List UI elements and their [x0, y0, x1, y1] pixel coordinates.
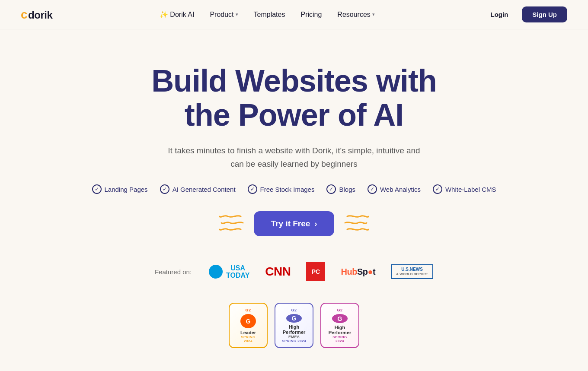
feature-label-6: White-Label CMS: [445, 186, 496, 193]
hero-title-line2: the Power of AI: [185, 98, 403, 132]
nav-actions: Login Sign Up: [482, 6, 568, 22]
feature-ai-content: ✓ AI Generated Content: [160, 184, 236, 194]
chevron-down-icon-2: ▾: [372, 12, 375, 17]
pc-logo: PC: [306, 262, 325, 281]
feature-label: Landing Pages: [105, 186, 148, 193]
check-icon: ✓: [92, 184, 102, 194]
hero-section: Build Websites with the Power of AI It t…: [0, 29, 588, 371]
nav-templates-label: Templates: [254, 11, 285, 19]
feature-label-5: Web Analytics: [380, 186, 421, 193]
cta-label: Try it Free: [271, 219, 310, 228]
feature-white-label: ✓ White-Label CMS: [433, 184, 496, 194]
usatoday-logo: USATODAY: [209, 264, 249, 279]
badge-leader-year: 2024: [244, 339, 252, 343]
nav-pricing[interactable]: Pricing: [294, 7, 328, 22]
feature-blogs: ✓ Blogs: [326, 184, 355, 194]
logo-text: cdorik: [21, 8, 52, 22]
cta-area: Try it Free ›: [254, 211, 335, 236]
nav-resources[interactable]: Resources ▾: [331, 7, 380, 22]
check-icon-6: ✓: [433, 184, 442, 194]
usatoday-text: USATODAY: [226, 264, 249, 279]
check-icon-2: ✓: [160, 184, 169, 194]
badge-performer-emea-label: High Performer: [280, 324, 308, 335]
hubspot-logo: HubSp●t: [341, 267, 375, 277]
badge-performer-spring: G2 G High Performer SPRING 2024: [320, 303, 359, 348]
chevron-down-icon: ▾: [236, 12, 238, 17]
nav-ai-label: ✨ Dorik AI: [160, 10, 194, 19]
feature-label-4: Blogs: [339, 186, 355, 193]
check-icon-5: ✓: [368, 184, 377, 194]
cnn-logo: CNN: [265, 265, 291, 279]
media-logos: USATODAY CNN PC HubSp●t U.S.NEWS & WORLD…: [209, 262, 433, 281]
squiggle-right-icon: [343, 212, 369, 235]
badge-performer-emea-sub: EMEA: [288, 335, 300, 339]
feature-web-analytics: ✓ Web Analytics: [368, 184, 421, 194]
badges-section: G2 G Leader SPRING 2024 G2 G High Perfor…: [229, 303, 359, 348]
login-button[interactable]: Login: [482, 7, 517, 22]
nav-product[interactable]: Product ▾: [204, 7, 244, 22]
badge-g2-label-1: G2: [245, 308, 251, 312]
feature-landing-pages: ✓ Landing Pages: [92, 184, 148, 194]
navbar: cdorik ✨ Dorik AI Product ▾ Templates Pr…: [0, 0, 588, 29]
feature-stock-images: ✓ Free Stock Images: [248, 184, 315, 194]
arrow-right-icon: ›: [314, 219, 317, 228]
nav-ai-link[interactable]: ✨ Dorik AI: [153, 7, 200, 22]
usatoday-dot: [209, 265, 223, 279]
hero-subtitle: It takes minutes to finish a website wit…: [164, 144, 424, 171]
hero-title: Build Websites with the Power of AI: [151, 64, 437, 132]
badge-performer-emea: G2 G High Performer EMEA SPRING 2024: [275, 303, 313, 348]
badge-g2-icon-3: G: [332, 314, 348, 323]
nav-resources-label: Resources: [337, 11, 370, 19]
badge-performer-spring-label: High Performer: [326, 325, 354, 335]
badge-g2-icon-2: G: [286, 314, 302, 323]
logo[interactable]: cdorik: [21, 8, 52, 22]
feature-label-3: Free Stock Images: [260, 186, 315, 193]
badge-leader-label: Leader: [240, 330, 256, 335]
featured-label: Featured on:: [155, 268, 192, 276]
features-row: ✓ Landing Pages ✓ AI Generated Content ✓…: [92, 184, 496, 194]
squiggle-left-icon: [219, 212, 245, 235]
check-icon-4: ✓: [326, 184, 336, 194]
hero-title-line1: Build Websites with: [151, 63, 437, 98]
featured-section: Featured on: USATODAY CNN PC HubSp●t U.S…: [155, 262, 433, 281]
nav-templates[interactable]: Templates: [248, 7, 291, 22]
nav-pricing-label: Pricing: [300, 11, 322, 19]
badge-leader: G2 G Leader SPRING 2024: [229, 303, 268, 348]
usnews-logo: U.S.NEWS & WORLD REPORT: [391, 264, 433, 279]
badge-g2-label-2: G2: [291, 308, 297, 312]
signup-button[interactable]: Sign Up: [522, 6, 567, 22]
nav-links: ✨ Dorik AI Product ▾ Templates Pricing R…: [153, 7, 381, 22]
badge-performer-spring-season: SPRING: [332, 335, 347, 339]
badge-performer-emea-season: SPRING 2024: [282, 339, 306, 343]
badge-g2-label-3: G2: [337, 308, 342, 312]
badge-performer-spring-year: 2024: [336, 339, 344, 343]
try-free-button[interactable]: Try it Free ›: [254, 211, 335, 236]
feature-label-2: AI Generated Content: [173, 186, 236, 193]
badge-leader-season: SPRING: [241, 335, 256, 339]
nav-product-label: Product: [210, 11, 233, 19]
check-icon-3: ✓: [248, 184, 257, 194]
badge-g2-icon-1: G: [240, 314, 256, 328]
